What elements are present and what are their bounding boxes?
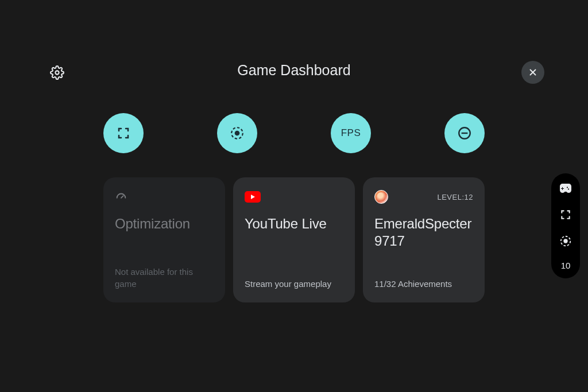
youtube-subtitle: Stream your gameplay [245, 278, 343, 290]
svg-point-0 [55, 71, 59, 74]
side-record-button[interactable] [559, 234, 572, 248]
record-button[interactable] [217, 113, 257, 153]
fps-label: FPS [341, 127, 361, 139]
screenshot-button[interactable] [103, 113, 144, 153]
do-not-disturb-icon [457, 126, 472, 141]
side-panel: 10 [551, 173, 580, 278]
optimization-subtitle: Not available for this game [115, 266, 195, 290]
avatar [374, 190, 388, 204]
gear-icon [50, 65, 64, 80]
optimization-title: Optimization [115, 215, 214, 232]
profile-card[interactable]: LEVEL:12 EmeraldSpecter9717 11/32 Achiev… [363, 177, 485, 302]
record-icon [559, 235, 572, 247]
profile-achievements: 11/32 Achievements [374, 278, 473, 290]
settings-button[interactable] [49, 64, 65, 80]
fps-button[interactable]: FPS [331, 113, 371, 153]
profile-username: EmeraldSpecter9717 [374, 215, 473, 250]
gamepad-button[interactable] [559, 181, 572, 195]
close-button[interactable] [521, 61, 544, 84]
close-icon [528, 67, 538, 77]
svg-point-9 [563, 239, 567, 243]
cards-row: Optimization Not available for this game… [0, 177, 588, 302]
fullscreen-icon [117, 126, 130, 140]
youtube-title: YouTube Live [245, 215, 343, 232]
speedometer-icon [115, 191, 127, 203]
optimization-card[interactable]: Optimization Not available for this game [103, 177, 225, 302]
quick-actions-row: FPS [0, 113, 588, 153]
svg-point-4 [235, 131, 240, 136]
side-screenshot-button[interactable] [559, 208, 572, 222]
svg-line-7 [121, 196, 123, 198]
youtube-icon [245, 191, 261, 203]
side-counter[interactable]: 10 [561, 261, 571, 270]
level-badge: LEVEL:12 [437, 193, 473, 201]
page-title: Game Dashboard [237, 62, 350, 79]
dnd-button[interactable] [444, 113, 485, 153]
gamepad-icon [559, 181, 572, 195]
youtube-live-card[interactable]: YouTube Live Stream your gameplay [233, 177, 355, 302]
record-icon [230, 126, 245, 141]
fullscreen-icon [560, 209, 571, 220]
